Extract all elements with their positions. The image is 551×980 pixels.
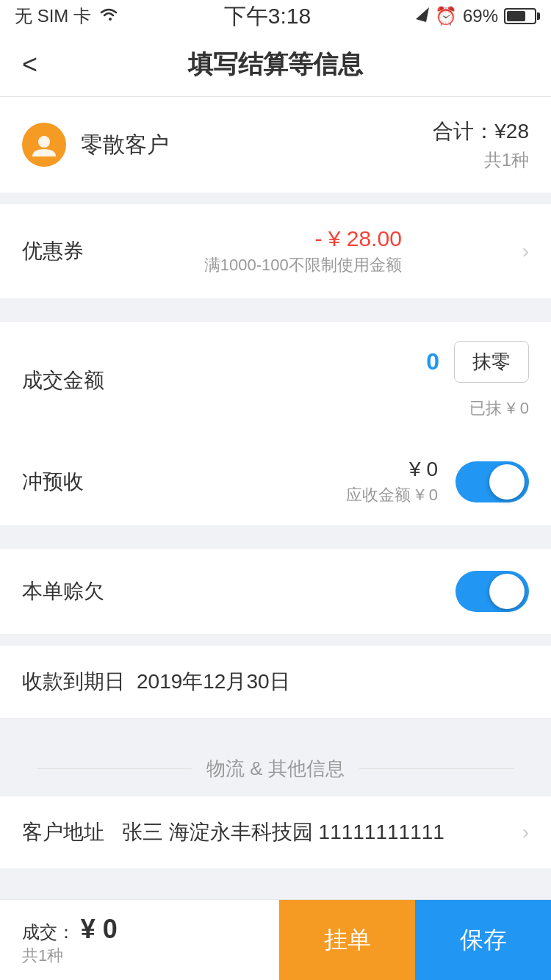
battery-fill [507, 11, 525, 21]
deal-amount-label: 成交金额 [22, 367, 104, 394]
pre-collection-row: 冲预收 ¥ 0 应收金额 ¥ 0 [0, 439, 551, 525]
coupon-section[interactable]: 优惠券 - ¥ 28.00 满1000-100不限制使用金额 › [0, 204, 551, 298]
back-button[interactable]: < [22, 49, 37, 80]
bottom-deal-row: 成交： ¥ 0 [22, 914, 257, 945]
coupon-desc: 满1000-100不限制使用金额 [204, 254, 402, 276]
customer-section: 零散客户 合计：¥28 共1种 [0, 97, 551, 192]
deal-amount-value[interactable]: 0 [426, 348, 439, 375]
coupon-label: 优惠券 [22, 237, 84, 265]
address-section[interactable]: 客户地址 张三 海淀永丰科技园 11111111111 › [0, 796, 551, 868]
deal-amount-top: 0 抹零 [426, 341, 529, 383]
battery-percent: 69% [463, 6, 498, 26]
page-title: 填写结算等信息 [188, 48, 363, 82]
toggle-knob [489, 464, 525, 500]
coupon-discount: - ¥ 28.00 [204, 226, 402, 251]
due-date-value: 2019年12月30日 [137, 668, 290, 696]
status-bar-time: 下午3:18 [224, 1, 311, 32]
due-date-label: 收款到期日 [22, 668, 125, 696]
wifi-icon [98, 6, 119, 26]
coupon-right: - ¥ 28.00 满1000-100不限制使用金额 [204, 226, 402, 276]
pending-button[interactable]: 挂单 [279, 900, 415, 981]
divider-2 [0, 537, 551, 549]
divider-1 [0, 310, 551, 322]
save-button[interactable]: 保存 [415, 900, 551, 981]
logistics-line-left [37, 768, 192, 769]
deal-amount-right: 0 抹零 已抹 ¥ 0 [426, 341, 529, 419]
bottom-deal-label: 成交： [22, 922, 75, 942]
bottom-bar: 成交： ¥ 0 共1种 挂单 保存 [0, 899, 551, 980]
battery-icon [504, 8, 536, 24]
status-bar: 无 SIM 卡 下午3:18 ⏰ 69% [0, 0, 551, 32]
total-count: 共1种 [433, 148, 529, 172]
logistics-title: 物流 & 其他信息 [206, 756, 345, 782]
alarm-icon: ⏰ [435, 6, 457, 26]
status-bar-left: 无 SIM 卡 [15, 4, 119, 28]
total-amount: 合计：¥28 [433, 118, 529, 145]
status-bar-right: ⏰ 69% [416, 6, 536, 26]
nav-bar: < 填写结算等信息 [0, 32, 551, 97]
roundoff-button[interactable]: 抹零 [454, 341, 529, 383]
svg-marker-0 [416, 7, 429, 22]
pre-collection-values: ¥ 0 应收金额 ¥ 0 [346, 458, 438, 506]
logistics-line-right [359, 768, 514, 769]
pre-collection-label: 冲预收 [22, 468, 84, 496]
pre-collection-toggle[interactable] [455, 461, 529, 502]
address-value: 张三 海淀永丰科技园 11111111111 [122, 818, 505, 846]
coupon-chevron-icon: › [522, 239, 529, 263]
deal-amount-section: 成交金额 0 抹零 已抹 ¥ 0 冲预收 ¥ 0 应收金额 ¥ 0 [0, 322, 551, 525]
customer-name: 零散客户 [81, 130, 169, 160]
debt-toggle[interactable] [455, 571, 529, 612]
location-icon [416, 6, 429, 26]
carrier-text: 无 SIM 卡 [15, 4, 91, 28]
avatar [22, 123, 66, 167]
address-chevron-icon: › [522, 821, 529, 844]
debt-label: 本单赊欠 [22, 577, 104, 605]
customer-left: 零散客户 [22, 123, 169, 167]
customer-summary: 合计：¥28 共1种 [433, 118, 529, 172]
bottom-deal-count: 共1种 [22, 945, 257, 967]
pre-collection-sub: 应收金额 ¥ 0 [346, 484, 438, 506]
logistics-header: 物流 & 其他信息 [0, 741, 551, 796]
address-label: 客户地址 [22, 818, 104, 846]
due-date-section[interactable]: 收款到期日 2019年12月30日 [0, 646, 551, 718]
bottom-deal-amount: ¥ 0 [81, 914, 118, 944]
deal-amount-row: 成交金额 0 抹零 已抹 ¥ 0 [0, 322, 551, 439]
divider-3 [0, 729, 551, 741]
debt-section: 本单赊欠 [0, 549, 551, 634]
pre-collection-right: ¥ 0 应收金额 ¥ 0 [346, 458, 529, 506]
debt-toggle-knob [489, 574, 525, 609]
content-area: 零散客户 合计：¥28 共1种 优惠券 - ¥ 28.00 满1000-100不… [0, 97, 551, 968]
pre-collection-amount: ¥ 0 [346, 458, 438, 481]
svg-point-1 [38, 136, 50, 148]
bottom-summary: 成交： ¥ 0 共1种 [0, 914, 279, 967]
deal-amount-sub: 已抹 ¥ 0 [469, 397, 529, 419]
